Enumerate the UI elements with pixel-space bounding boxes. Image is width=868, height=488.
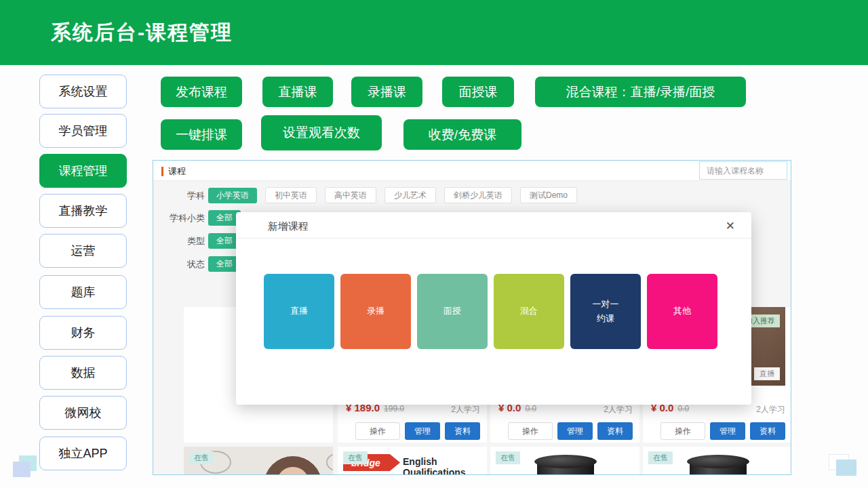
on-sale-badge: 在售: [343, 451, 368, 464]
filter-label-type: 类型: [153, 235, 205, 247]
on-sale-badge: 在售: [648, 451, 673, 464]
operate-button[interactable]: 操作: [355, 422, 400, 440]
category-recorded[interactable]: 录播: [340, 274, 411, 349]
sidebar-item-micro-school[interactable]: 微网校: [39, 396, 127, 430]
students-count: 2人学习: [756, 404, 785, 415]
card-actions: 操作 管理 资料: [660, 422, 785, 440]
card-actions: 操作 管理 资料: [508, 422, 633, 440]
filter-chip-junior-english[interactable]: 初中英语: [265, 187, 317, 203]
sidebar-item-system-settings[interactable]: 系统设置: [39, 75, 127, 108]
app-header: 系统后台-课程管理: [0, 0, 868, 65]
cambridge-text: English Qualifications: [403, 456, 487, 475]
paid-free-course-button[interactable]: 收费/免费课: [403, 119, 521, 150]
recorded-course-button[interactable]: 录播课: [351, 77, 422, 107]
category-mixed[interactable]: 混合: [494, 274, 564, 349]
students-count: 2人学习: [604, 404, 633, 415]
material-button[interactable]: 资料: [445, 422, 480, 440]
sidebar-item-data[interactable]: 数据: [39, 356, 127, 390]
sidebar-item-student-management[interactable]: 学员管理: [39, 114, 127, 148]
category-one-on-one[interactable]: 一对一约课: [570, 274, 641, 349]
modal-divider: [236, 238, 751, 239]
on-sale-badge: 在售: [189, 451, 214, 464]
sidebar-item-live-teaching[interactable]: 直播教学: [39, 194, 127, 228]
decorative-square: [836, 460, 856, 476]
manage-button[interactable]: 管理: [557, 422, 593, 440]
cylinder-photo: [534, 455, 597, 475]
filter-chip-cambridge-kids[interactable]: 剑桥少儿英语: [444, 187, 512, 203]
offline-course-button[interactable]: 面授课: [442, 77, 514, 107]
modal-title: 新增课程: [268, 220, 309, 233]
material-button[interactable]: 资料: [750, 422, 785, 440]
sidebar-item-question-bank[interactable]: 题库: [39, 275, 127, 309]
students-count: 2人学习: [451, 404, 480, 415]
filter-subject-active[interactable]: 小学英语: [208, 188, 257, 203]
course-old-price: 0.0: [677, 404, 689, 413]
page: 系统后台-课程管理 系统设置 学员管理 课程管理 直播教学 运营 题库 财务 数…: [0, 0, 868, 488]
course-card-7[interactable]: 在售: [643, 447, 791, 475]
filter-chip-test-demo[interactable]: 测试Demo: [520, 187, 577, 203]
course-old-price: 0.0: [525, 404, 536, 413]
category-other[interactable]: 其他: [647, 274, 717, 349]
panel-header: 课程: [153, 161, 791, 181]
filter-chip-senior-english[interactable]: 高中英语: [325, 187, 376, 203]
on-sale-badge: 在售: [496, 451, 520, 464]
decorative-square: [13, 462, 31, 477]
live-course-button[interactable]: 直播课: [262, 77, 333, 107]
card-actions: 操作 管理 资料: [355, 422, 480, 440]
material-button[interactable]: 资料: [597, 422, 633, 440]
sidebar-item-course-management[interactable]: 课程管理: [39, 154, 127, 188]
operate-button[interactable]: 操作: [660, 422, 705, 440]
category-live[interactable]: 直播: [264, 274, 334, 349]
mixed-course-button[interactable]: 混合课程：直播/录播/面授: [535, 77, 746, 107]
manage-button[interactable]: 管理: [405, 422, 440, 440]
course-card-6[interactable]: 在售: [490, 447, 639, 475]
operate-button[interactable]: 操作: [508, 422, 553, 440]
panel-title: 课程: [161, 165, 186, 178]
search-input[interactable]: [699, 161, 787, 180]
sidebar-item-standalone-app[interactable]: 独立APP: [39, 436, 127, 470]
add-course-modal: 新增课程 ✕ 直播 录播 面授 混合 一对一约课 其他: [236, 212, 751, 405]
category-offline[interactable]: 面授: [417, 274, 488, 349]
filter-label-subject: 学科: [153, 190, 205, 202]
filter-chip-kids-art[interactable]: 少儿艺术: [384, 187, 436, 203]
filter-label-status: 状态: [153, 258, 205, 270]
filter-row-subject: 小学英语 初中英语 高中英语 少儿艺术 剑桥少儿英语 测试Demo: [208, 187, 577, 203]
manage-button[interactable]: 管理: [710, 422, 745, 440]
course-old-price: 199.0: [384, 404, 404, 413]
course-card-4[interactable]: 在售: [184, 447, 333, 475]
publish-course-button[interactable]: 发布课程: [161, 77, 242, 107]
cylinder-photo: [687, 455, 749, 475]
category-cards: 直播 录播 面授 混合 一对一约课 其他: [264, 274, 717, 349]
live-badge: 直播: [754, 367, 780, 380]
course-card-5[interactable]: bridge English Qualifications 在售: [338, 447, 487, 475]
filter-label-subcategory: 学科小类: [153, 212, 205, 224]
sidebar-item-operations[interactable]: 运营: [39, 234, 127, 268]
page-title: 系统后台-课程管理: [0, 0, 868, 47]
one-click-schedule-button[interactable]: 一键排课: [161, 119, 242, 150]
sidebar-item-finance[interactable]: 财务: [39, 316, 127, 350]
set-view-count-button[interactable]: 设置观看次数: [261, 115, 382, 150]
close-icon[interactable]: ✕: [726, 219, 735, 233]
